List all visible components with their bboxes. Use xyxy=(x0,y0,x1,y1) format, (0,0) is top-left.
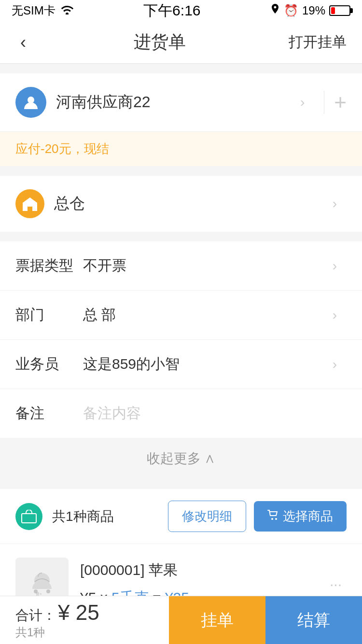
wifi-icon xyxy=(60,4,74,17)
svg-point-0 xyxy=(28,97,34,103)
battery-icon xyxy=(329,5,350,16)
supplier-notice: 应付-20元，现结 xyxy=(0,132,362,166)
products-count: 共1种商品 xyxy=(52,507,168,526)
warehouse-chevron-icon: › xyxy=(333,196,337,211)
warehouse-icon xyxy=(15,189,44,218)
spacer-1 xyxy=(0,64,362,73)
location-icon xyxy=(270,4,280,17)
select-product-label: 选择商品 xyxy=(283,508,333,525)
edit-detail-button[interactable]: 修改明细 xyxy=(168,501,246,532)
supplier-avatar xyxy=(15,87,46,118)
invoice-value: 不开票 xyxy=(83,256,333,276)
supplier-name: 河南供应商22 xyxy=(56,92,300,113)
cart-icon xyxy=(267,509,279,524)
supplier-section: 河南供应商22 › + 应付-20元，现结 xyxy=(0,73,362,166)
total-section: 合计： ¥ 25 共1种 xyxy=(0,601,169,640)
add-supplier-button[interactable]: + xyxy=(334,92,347,113)
total-count: 共1种 xyxy=(15,625,153,640)
supplier-chevron-icon: › xyxy=(300,95,305,110)
select-product-button[interactable]: 选择商品 xyxy=(254,501,347,532)
status-left: 无SIM卡 xyxy=(12,3,74,18)
bottom-bar: 合计： ¥ 25 共1种 挂单 结算 xyxy=(0,596,362,644)
open-hang-button[interactable]: 打开挂单 xyxy=(289,32,347,52)
total-label: 合计： xyxy=(15,606,56,625)
svg-point-6 xyxy=(46,589,50,593)
hang-button[interactable]: 挂单 xyxy=(169,596,265,644)
dept-label: 部门 xyxy=(15,305,78,325)
warehouse-section: 总仓 › xyxy=(0,176,362,232)
dept-chevron-icon: › xyxy=(333,308,337,323)
form-row-note[interactable]: 备注 备注内容 xyxy=(0,389,362,438)
supplier-row[interactable]: 河南供应商22 › + xyxy=(0,73,362,132)
page-title: 进货单 xyxy=(134,30,186,54)
form-row-invoice[interactable]: 票据类型 不开票 › xyxy=(0,241,362,291)
status-time: 下午6:16 xyxy=(143,1,200,21)
settle-button[interactable]: 结算 xyxy=(265,596,362,644)
divider xyxy=(324,91,324,114)
note-value[interactable]: 备注内容 xyxy=(83,404,347,423)
total-amount: ¥ 25 xyxy=(58,601,99,625)
battery-percent: 19% xyxy=(302,4,325,17)
nav-bar: ‹ 进货单 打开挂单 xyxy=(0,21,362,64)
dept-value: 总 部 xyxy=(83,305,333,325)
svg-point-2 xyxy=(271,518,273,520)
note-label: 备注 xyxy=(15,404,78,423)
svg-point-3 xyxy=(275,518,277,520)
status-bar: 无SIM卡 下午6:16 ⏰ 19% xyxy=(0,0,362,21)
invoice-chevron-icon: › xyxy=(333,258,337,274)
status-right: ⏰ 19% xyxy=(270,4,350,17)
salesperson-value: 这是859的小智 xyxy=(83,354,333,374)
form-row-salesperson[interactable]: 业务员 这是859的小智 › xyxy=(0,340,362,389)
warehouse-name: 总仓 xyxy=(54,193,333,214)
product-more-button[interactable]: ··· xyxy=(325,571,347,597)
carrier-label: 无SIM卡 xyxy=(12,3,56,18)
products-icon xyxy=(15,503,42,530)
form-section: 票据类型 不开票 › 部门 总 部 › 业务员 这是859的小智 › 备注 备注… xyxy=(0,241,362,438)
invoice-label: 票据类型 xyxy=(15,256,78,276)
alarm-icon: ⏰ xyxy=(284,4,298,17)
svg-rect-1 xyxy=(22,514,36,523)
salesperson-chevron-icon: › xyxy=(333,357,337,372)
products-header: 共1种商品 修改明细 选择商品 xyxy=(0,489,362,544)
form-row-dept[interactable]: 部门 总 部 › xyxy=(0,291,362,340)
product-name: [0000001] 苹果 xyxy=(80,560,325,580)
collapse-bar[interactable]: 收起更多 ∧ xyxy=(0,438,362,479)
salesperson-label: 业务员 xyxy=(15,354,78,374)
back-button[interactable]: ‹ xyxy=(15,28,31,57)
warehouse-row[interactable]: 总仓 › xyxy=(0,176,362,232)
